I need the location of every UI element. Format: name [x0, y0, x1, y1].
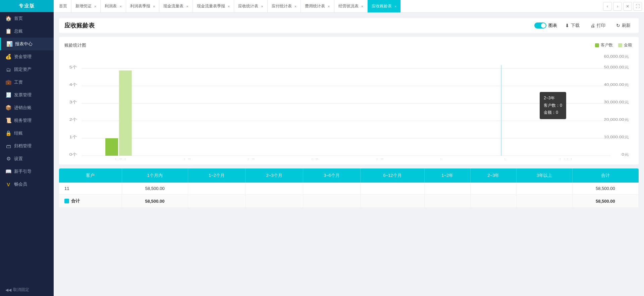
tab-close-all[interactable]: ✕ [623, 2, 632, 11]
tab-cashflow-q[interactable]: 现金流量表季报 × [193, 0, 234, 12]
tab-expense[interactable]: 费用统计表 × [301, 0, 334, 12]
total-3y [470, 195, 516, 208]
toggle-thumb [541, 23, 546, 28]
toggle-label: 图表 [548, 22, 557, 29]
tab-profit-q-close[interactable]: × [153, 4, 155, 8]
tab-operation[interactable]: 经营状况表 × [334, 0, 368, 12]
tab-voucher[interactable]: 新增凭证 × [71, 0, 101, 12]
col-2y: 1~2年 [424, 168, 470, 183]
assets-icon: 🗂 [5, 67, 11, 72]
main-area: 首页 新增凭证 × 利润表 × 利润表季报 × 现金流量表 × 现金流量表季报 … [54, 0, 644, 296]
sidebar-pin-toggle[interactable]: ◀◀ 取消固定 [0, 284, 54, 296]
tab-voucher-label: 新增凭证 [75, 3, 92, 9]
svg-text:1~2个月: 1~2个月 [173, 158, 192, 159]
cell-3yplus [517, 183, 573, 195]
ledger-icon: 📋 [5, 28, 11, 34]
tab-cashflow[interactable]: 现金流量表 × [159, 0, 193, 12]
sidebar-item-assets[interactable]: 🗂 固定资产 [0, 63, 54, 76]
tab-ap-stat-close[interactable]: × [294, 4, 297, 8]
tab-cashflow-close[interactable]: × [186, 4, 188, 8]
chart-title: 账龄统计图 [64, 42, 633, 48]
download-button[interactable]: ⬇ 下载 [562, 21, 582, 30]
chart-legend: 客户数 金额 [595, 42, 632, 48]
total-12m [361, 195, 425, 208]
svg-text:60,000.00元: 60,000.00元 [604, 55, 629, 59]
tab-ar-aging-close[interactable]: × [394, 4, 396, 8]
tab-nav-prev[interactable]: ‹ [603, 2, 612, 11]
sidebar-item-tax[interactable]: 📜 税务管理 [0, 114, 54, 127]
guide-icon: 📖 [5, 168, 11, 175]
table-container: 客户 1个月内 1~2个月 2~3个月 3~6个月 6~12个月 1~2年 2~… [59, 168, 639, 208]
cell-total: 58,500.00 [572, 183, 638, 195]
svg-text:2个: 2个 [69, 117, 77, 122]
tab-operation-close[interactable]: × [361, 4, 363, 8]
sidebar-item-salary[interactable]: 💼 工资 [0, 76, 54, 89]
tab-ar-stat-close[interactable]: × [261, 4, 263, 8]
tab-ar-aging-label: 应收账龄表 [372, 3, 392, 9]
sidebar-item-capital[interactable]: 💰 资金管理 [0, 50, 54, 63]
sidebar-item-report[interactable]: 📊 报表中心 [0, 38, 54, 50]
sidebar-item-close[interactable]: 🔒 结账 [0, 127, 54, 140]
tab-nav-next[interactable]: › [613, 2, 622, 11]
chart-container: 账龄统计图 客户数 金额 0个 1个 2个 3个 4个 [59, 37, 639, 164]
tab-profit-q[interactable]: 利润表季报 × [126, 0, 159, 12]
sidebar-label-salary: 工资 [14, 79, 23, 85]
chart-area: 0个 1个 2个 3个 4个 5个 0元 10,000.00元 20,000.0… [64, 52, 633, 159]
cell-12m [361, 183, 425, 195]
cell-2m [188, 183, 245, 195]
tab-ap-stat[interactable]: 应付统计表 × [268, 0, 301, 12]
refresh-icon: ↻ [616, 23, 620, 28]
tab-profit-close[interactable]: × [119, 4, 121, 8]
sidebar-item-home[interactable]: 🏠 首页 [0, 12, 54, 25]
refresh-button[interactable]: ↻ 刷新 [613, 21, 633, 30]
sidebar-label-inventory: 进销台账 [14, 105, 32, 111]
archive-icon: 🗃 [5, 143, 11, 149]
home-icon: 🏠 [5, 15, 11, 21]
tab-fullscreen[interactable]: ⛶ [633, 2, 642, 11]
tab-profit[interactable]: 利润表 × [101, 0, 126, 12]
col-1m: 1个月内 [122, 168, 188, 183]
svg-text:4个: 4个 [69, 83, 77, 87]
tab-cashflow-q-close[interactable]: × [228, 4, 230, 8]
sidebar-item-settings[interactable]: ⚙ 设置 [0, 152, 54, 165]
total-total: 58,500.00 [572, 195, 638, 208]
toggle-track[interactable] [534, 22, 546, 29]
cell-1m: 58,500.00 [122, 183, 188, 195]
content-area: 应收账龄表 图表 ⬇ 下载 🖨 打印 ↻ 刷新 [54, 13, 644, 296]
invoice-icon: 🧾 [5, 92, 11, 98]
report-icon: 📊 [6, 41, 12, 47]
svg-text:6~12个月: 6~12个月 [363, 158, 384, 159]
tab-ar-stat[interactable]: 应收统计表 × [234, 0, 267, 12]
col-3y: 2~3年 [470, 168, 516, 183]
tab-home[interactable]: 首页 [55, 0, 71, 12]
tab-ap-stat-label: 应付统计表 [272, 3, 292, 9]
sidebar-item-archive[interactable]: 🗃 归档管理 [0, 140, 54, 152]
tab-cashflow-q-label: 现金流量表季报 [197, 3, 225, 9]
svg-text:0个: 0个 [69, 152, 77, 157]
col-total: 合计 [572, 168, 638, 183]
sidebar-label-vip: 畅会员 [14, 181, 27, 187]
col-3yplus: 3年以上 [517, 168, 573, 183]
sidebar-item-vip[interactable]: V 畅会员 [0, 178, 54, 191]
legend-customers-dot [595, 43, 599, 47]
cell-3m [246, 183, 303, 195]
tax-icon: 📜 [5, 117, 11, 124]
sidebar-item-inventory[interactable]: 📦 进销台账 [0, 101, 54, 114]
sidebar-logo: 专业版 [0, 0, 54, 12]
legend-customers: 客户数 [595, 42, 613, 48]
tab-expense-close[interactable]: × [328, 4, 330, 8]
gear-icon: ⚙ [5, 156, 11, 162]
table-row: 11 58,500.00 58,500.00 [59, 183, 639, 195]
print-button[interactable]: 🖨 打印 [588, 21, 608, 30]
sidebar-item-ledger[interactable]: 📋 总账 [0, 25, 54, 38]
sidebar-item-invoice[interactable]: 🧾 发票管理 [0, 89, 54, 101]
bar-amount-1m [119, 70, 132, 156]
svg-text:3个: 3个 [69, 100, 77, 104]
tab-ar-aging[interactable]: 应收账龄表 × [368, 0, 401, 12]
sidebar-item-guide[interactable]: 📖 新手引导 [0, 165, 54, 178]
legend-customers-label: 客户数 [601, 42, 613, 48]
svg-text:5个: 5个 [69, 65, 77, 69]
tab-voucher-close[interactable]: × [94, 4, 96, 8]
chart-toggle[interactable]: 图表 [534, 22, 557, 29]
total-icon [64, 199, 69, 203]
